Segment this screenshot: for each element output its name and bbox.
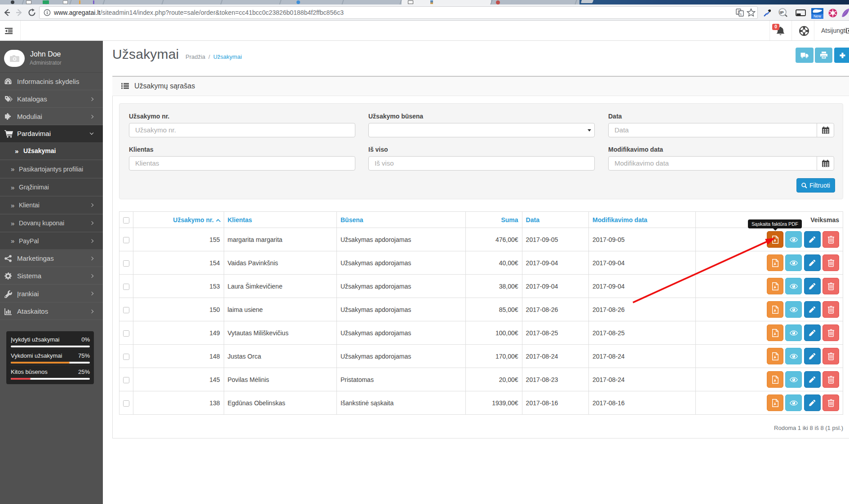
svg-text:IP: IP bbox=[780, 10, 784, 15]
svg-text:x: x bbox=[740, 13, 742, 16]
